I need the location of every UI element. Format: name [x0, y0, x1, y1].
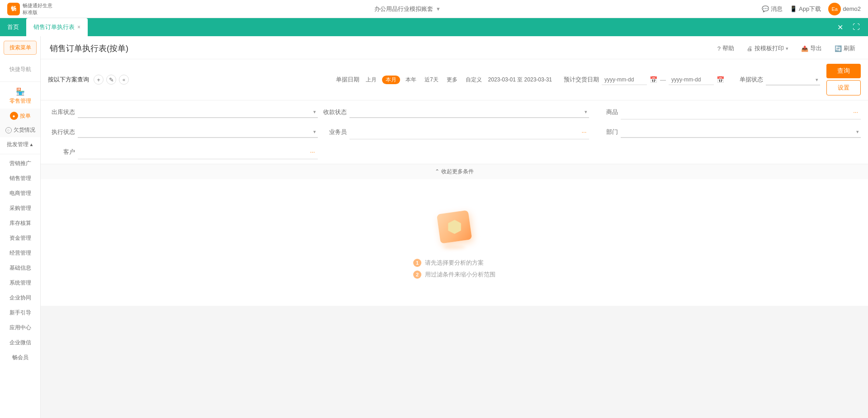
dept-select[interactable]	[621, 127, 861, 138]
search-menu-btn[interactable]: 搜索菜单	[4, 41, 37, 55]
customer-more-btn[interactable]: ···	[310, 148, 315, 155]
print-dropdown-icon[interactable]: ▾	[786, 46, 788, 52]
customer-group: 客户 ···	[48, 145, 318, 159]
topbar-left: 畅 畅捷通好生意 标准版	[7, 2, 52, 15]
expected-date-end-input[interactable]	[669, 75, 714, 85]
calendar-start-icon[interactable]: 📅	[650, 76, 657, 83]
expected-date-group: 预计交货日期 📅 — 📅	[564, 75, 724, 85]
sidebar-submenu-retail: ● 按单 ○ 欠货情况	[0, 109, 40, 137]
sidebar-item-purchase[interactable]: 采购管理	[0, 201, 40, 216]
add-scheme-btn[interactable]: +	[94, 75, 104, 85]
sidebar-submenu-order[interactable]: ● 按单	[0, 109, 40, 123]
print-btn[interactable]: 🖨 按模板打印 ▾	[743, 43, 792, 54]
messages-btn[interactable]: 💬 消息	[762, 5, 783, 13]
custom-date-btn[interactable]: 自定义	[463, 76, 485, 84]
sidebar-item-finance[interactable]: 资金管理	[0, 231, 40, 246]
page-content: 销售订单执行表(按单) ? 帮助 🖨 按模板打印 ▾ 📤 导出	[41, 36, 868, 306]
filter-rows: 出库状态 ▾ 收款状态	[41, 100, 868, 164]
sidebar-item-quick-nav: 快捷导航	[0, 62, 40, 77]
empty-box-wrapper: 📦	[432, 206, 477, 247]
help-btn[interactable]: ? 帮助	[714, 43, 738, 54]
last-month-btn[interactable]: 上月	[363, 76, 379, 84]
app-icon: 📱	[790, 5, 797, 12]
out-status-select[interactable]	[78, 107, 318, 118]
more-date-btn[interactable]: 更多	[444, 76, 460, 84]
sidebar-item-operation[interactable]: 经营管理	[0, 246, 40, 261]
fullscreen-btn[interactable]: ⛶	[850, 21, 863, 33]
tab-home[interactable]: 首页	[0, 18, 26, 36]
out-status-group: 出库状态 ▾	[48, 105, 318, 119]
content-area: 销售订单执行表(按单) ? 帮助 🖨 按模板打印 ▾ 📤 导出	[41, 36, 868, 418]
quick-nav-section: 快捷导航	[0, 59, 40, 80]
empty-line-1: 1 请先选择要分析的方案	[413, 259, 495, 267]
dept-group: 部门 ▾	[591, 125, 861, 139]
status-label: 单据状态	[736, 76, 763, 84]
this-year-btn[interactable]: 本年	[403, 76, 419, 84]
collapse-arrow-icon: ⌃	[435, 168, 439, 175]
date-filter-group: 单据日期 上月 本月 本年 近7天 更多 自定义 2023-03-01 至 20…	[332, 76, 552, 84]
logo-text: 畅捷通好生意 标准版	[23, 2, 52, 15]
collect-status-group: 收款状态 ▾	[320, 105, 590, 119]
dropdown-arrow-icon[interactable]: ▾	[437, 5, 440, 12]
collect-status-select[interactable]	[349, 107, 590, 118]
sidebar-item-wechat[interactable]: 企业微信	[0, 335, 40, 350]
sidebar-item-member[interactable]: 畅会员	[0, 350, 40, 365]
last7days-btn[interactable]: 近7天	[422, 76, 441, 84]
window-restore-btn[interactable]: ✕	[834, 21, 846, 33]
sidebar-item-retail[interactable]: 🏪 零售管理	[0, 84, 40, 109]
salesperson-input-wrapper: ···	[349, 125, 590, 139]
date-filter-label: 单据日期	[332, 76, 359, 84]
status-group: 单据状态 ▾	[736, 74, 818, 86]
sidebar-item-enterprise[interactable]: 企业协同	[0, 290, 40, 305]
tab-close-btn[interactable]: ×	[77, 24, 80, 30]
app-download-btn[interactable]: 📱 App下载	[790, 5, 821, 13]
calendar-end-icon[interactable]: 📅	[717, 76, 724, 83]
collect-status-select-wrapper: ▾	[349, 107, 590, 118]
empty-box: 📦	[437, 210, 472, 243]
edit-scheme-icon: ✎	[109, 76, 114, 83]
logo-area: 畅 畅捷通好生意 标准版	[7, 2, 52, 15]
collapse-filter-btn[interactable]: ⌃ 收起更多条件	[41, 164, 868, 179]
exec-status-select[interactable]	[78, 127, 318, 138]
scheme-label: 按以下方案查询	[48, 76, 89, 84]
export-icon: 📤	[801, 45, 808, 52]
logo-icon: 畅	[7, 3, 20, 15]
sidebar-item-sales[interactable]: 销售管理	[0, 171, 40, 186]
product-more-btn[interactable]: ···	[853, 109, 858, 115]
sidebar-submenu-debt[interactable]: ○ 欠货情况	[0, 123, 40, 137]
date-separator: —	[660, 76, 666, 83]
edit-scheme-btn[interactable]: ✎	[106, 75, 116, 85]
salesperson-more-btn[interactable]: ···	[581, 128, 586, 135]
wholesale-arrow-icon: ▲	[29, 142, 34, 147]
sidebar-item-ecommerce[interactable]: 电商管理	[0, 186, 40, 201]
sidebar-item-newguide[interactable]: 新手引导	[0, 305, 40, 320]
sidebar-item-wholesale[interactable]: 批发管理 ▲	[0, 137, 40, 152]
sidebar-item-marketing[interactable]: 营销推广	[0, 156, 40, 171]
refresh-btn[interactable]: 🔄 刷新	[831, 43, 859, 54]
status-select[interactable]	[766, 74, 820, 85]
empty-illustration: 📦	[432, 206, 477, 252]
expected-date-start-input[interactable]	[602, 75, 647, 85]
product-input[interactable]	[623, 107, 853, 117]
user-area[interactable]: Ea demo2	[828, 3, 861, 15]
product-group: 商品 ···	[591, 105, 861, 119]
export-btn[interactable]: 📤 导出	[797, 43, 826, 54]
date-quick-btns: 上月 本月 本年 近7天 更多 自定义	[363, 76, 485, 84]
sidebar-item-inventory[interactable]: 库存核算	[0, 216, 40, 231]
setup-btn[interactable]: 设置	[826, 80, 861, 95]
sidebar-item-basic[interactable]: 基础信息	[0, 261, 40, 276]
sidebar-item-system[interactable]: 系统管理	[0, 276, 40, 290]
scheme-actions: + ✎ «	[94, 75, 129, 85]
query-btn[interactable]: 查询	[826, 64, 861, 78]
exec-status-group: 执行状态 ▾	[48, 125, 318, 139]
dept-select-wrapper: ▾	[621, 127, 861, 138]
collect-status-label: 收款状态	[320, 108, 347, 116]
customer-input[interactable]	[80, 147, 310, 157]
salesperson-input[interactable]	[352, 127, 582, 137]
this-month-btn[interactable]: 本月	[382, 76, 400, 84]
sidebar-item-appcenter[interactable]: 应用中心	[0, 320, 40, 335]
collapse-scheme-btn[interactable]: «	[119, 75, 129, 85]
avatar: Ea	[828, 3, 841, 15]
tab-active-sales-exec[interactable]: 销售订单执行表 ×	[26, 18, 88, 36]
topbar: 畅 畅捷通好生意 标准版 办公用品行业模拟账套 ▾ 💬 消息 📱 App下载 E…	[0, 0, 868, 18]
